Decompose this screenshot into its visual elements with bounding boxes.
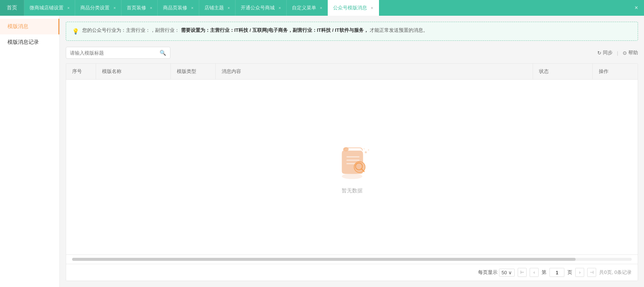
svg-point-8 (364, 151, 367, 153)
dropdown-arrow-icon: ∨ (508, 270, 512, 275)
page-size-select: 每页显示 50 ∨ (478, 269, 515, 277)
tab-label: 商品页装修 (163, 4, 187, 11)
close-icon[interactable]: × (113, 6, 115, 10)
nav-tab-product-decor[interactable]: 商品页装修 × (158, 0, 199, 16)
help-icon: ⊙ (623, 50, 627, 56)
nav-tab-home[interactable]: 首页 (0, 0, 24, 16)
close-icon[interactable]: × (320, 6, 322, 10)
th-index: 序号 (66, 64, 96, 79)
search-box: 🔍 (66, 47, 170, 59)
close-icon[interactable]: × (371, 6, 373, 10)
svg-point-9 (368, 149, 369, 150)
notice-highlight: 需要设置为：主营行业：IT科技 / 互联网|电子商务，副营行业：IT科技 / I… (181, 27, 369, 33)
tab-label: 开通公众号商城 (241, 4, 275, 11)
sidebar-item-label: 模版消息记录 (7, 39, 39, 45)
svg-point-0 (342, 173, 362, 179)
notice-banner: 💡 您的公众号行业为：主营行业：，副营行业： 需要设置为：主营行业：IT科技 /… (66, 22, 638, 41)
th-label: 模版类型 (177, 68, 196, 74)
scrollbar-area (66, 254, 638, 264)
sidebar: 模版消息 模版消息记录 (0, 16, 60, 287)
close-icon[interactable]: × (150, 6, 152, 10)
close-all-button[interactable]: × (629, 0, 644, 16)
close-icon[interactable]: × (278, 6, 281, 10)
th-type: 模版类型 (171, 64, 216, 79)
th-name: 模版名称 (96, 64, 171, 79)
notice-text: 您的公众号行业为：主营行业：，副营行业： 需要设置为：主营行业：IT科技 / 互… (82, 27, 428, 34)
page-size-label: 每页显示 (478, 269, 497, 276)
th-label: 操作 (599, 68, 608, 74)
nav-tab-open-mall[interactable]: 开通公众号商城 × (235, 0, 286, 16)
close-all-icon: × (635, 4, 638, 11)
empty-state: 暂无数据 (66, 80, 638, 254)
table-header: 序号 模版名称 模版类型 消息内容 状态 操作 (66, 64, 638, 80)
nav-tab-home-decor[interactable]: 首页装修 × (121, 0, 158, 16)
empty-illustration (332, 140, 373, 181)
total-info: 共0页, 0条记录 (599, 269, 632, 276)
tab-label: 首页装修 (127, 4, 146, 11)
search-icon[interactable]: 🔍 (160, 50, 166, 56)
content-area: 💡 您的公众号行业为：主营行业：，副营行业： 需要设置为：主营行业：IT科技 /… (60, 16, 644, 287)
th-content: 消息内容 (216, 64, 533, 79)
sidebar-item-template-msg[interactable]: 模版消息 (0, 19, 59, 34)
tab-label: 商品分类设置 (80, 4, 110, 11)
svg-point-10 (363, 148, 364, 149)
th-status: 状态 (533, 64, 593, 79)
tab-label: 自定义菜单 (292, 4, 316, 11)
page-size-dropdown[interactable]: 50 ∨ (499, 269, 515, 277)
notice-prefix: 您的公众号行业为：主营行业：，副营行业： (82, 27, 179, 33)
help-button[interactable]: ⊙ 帮助 (623, 49, 638, 56)
next-page-button[interactable]: › (575, 268, 584, 277)
nav-tab-shop-theme[interactable]: 店铺主题 × (199, 0, 235, 16)
close-icon[interactable]: × (228, 6, 230, 10)
lightbulb-icon: 💡 (72, 27, 79, 36)
scrollbar-thumb[interactable] (72, 258, 576, 261)
tab-label: 公众号模版消息 (333, 4, 367, 11)
th-label: 消息内容 (222, 68, 241, 74)
divider: | (617, 50, 618, 56)
sync-button[interactable]: ↻ 同步 (597, 49, 613, 56)
home-tab-label: 首页 (7, 4, 17, 11)
scrollbar-track (72, 258, 632, 261)
notice-suffix: 才能正常发送预置的消息。 (370, 27, 428, 33)
tab-label: 店铺主题 (204, 4, 224, 11)
th-label: 模版名称 (102, 68, 121, 74)
th-action: 操作 (593, 64, 638, 79)
toolbar-right: ↻ 同步 | ⊙ 帮助 (597, 49, 638, 56)
di-label: 第 (542, 269, 546, 276)
top-nav: 首页 微商城店铺设置 × 商品分类设置 × 首页装修 × 商品页装修 × 店铺主… (0, 0, 644, 16)
page-number-input[interactable] (549, 268, 564, 277)
search-input[interactable] (70, 50, 160, 56)
svg-point-1 (343, 147, 349, 151)
nav-tab-template-msg[interactable]: 公众号模版消息 × (328, 0, 379, 16)
th-label: 序号 (72, 68, 82, 74)
close-icon[interactable]: × (67, 6, 70, 10)
first-page-button[interactable]: ⊢ (518, 268, 527, 277)
toolbar: 🔍 ↻ 同步 | ⊙ 帮助 (66, 47, 638, 59)
sidebar-item-label: 模版消息 (7, 23, 28, 29)
nav-tab-custom-menu[interactable]: 自定义菜单 × (287, 0, 328, 16)
sync-label: 同步 (603, 49, 613, 56)
prev-page-button[interactable]: ‹ (530, 268, 539, 277)
page-unit-label: 页 (567, 269, 572, 276)
close-icon[interactable]: × (191, 6, 193, 10)
page-size-value: 50 (502, 270, 507, 275)
main-layout: 模版消息 模版消息记录 💡 您的公众号行业为：主营行业：，副营行业： 需要设置为… (0, 16, 644, 287)
pagination: 每页显示 50 ∨ ⊢ ‹ 第 页 › ⊣ 共0页, 0条记录 (66, 264, 638, 281)
th-label: 状态 (539, 68, 549, 74)
nav-tab-shop-settings[interactable]: 微商城店铺设置 × (24, 0, 75, 16)
nav-tab-category-settings[interactable]: 商品分类设置 × (75, 0, 121, 16)
tab-label: 微商城店铺设置 (30, 4, 64, 11)
empty-text: 暂无数据 (342, 187, 363, 194)
sidebar-item-template-msg-record[interactable]: 模版消息记录 (0, 34, 59, 50)
sync-icon: ↻ (597, 50, 601, 56)
data-table: 序号 模版名称 模版类型 消息内容 状态 操作 (66, 63, 638, 281)
last-page-button[interactable]: ⊣ (587, 268, 596, 277)
help-label: 帮助 (628, 49, 638, 56)
